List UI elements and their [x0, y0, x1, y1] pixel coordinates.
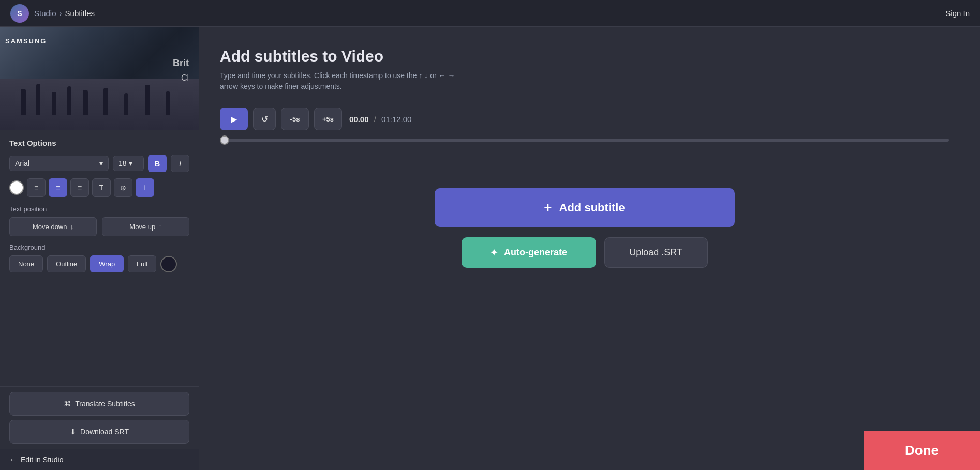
translate-subtitles-button[interactable]: ⌘ Translate Subtitles	[9, 392, 189, 416]
person-silhouette	[67, 86, 71, 115]
font-family-value: Arial	[15, 159, 29, 168]
page-title: Add subtitles to Video	[220, 48, 949, 65]
progress-handle[interactable]	[220, 135, 229, 145]
scene-samsung-text: SAMSUNG	[5, 37, 47, 45]
background-title: Background	[9, 244, 189, 251]
person-silhouette	[21, 89, 26, 115]
bottom-buttons: ⌘ Translate Subtitles ⬇ Download SRT	[0, 386, 199, 449]
person-silhouette	[124, 93, 128, 115]
background-section: Background None Outline Wrap Full	[9, 244, 189, 272]
arrow-up-icon: ↑	[158, 223, 162, 231]
edit-in-studio-label: Edit in Studio	[21, 456, 64, 464]
download-label: Download SRT	[80, 428, 129, 436]
move-up-label: Move up	[129, 223, 155, 231]
time-separator: /	[374, 115, 378, 124]
skip-back-button[interactable]: -5s	[281, 108, 309, 130]
text-options-section: Text Options Arial 18 B I ≡	[0, 130, 199, 386]
translate-label: Translate Subtitles	[75, 400, 135, 408]
video-scene: SAMSUNG Brit Cl	[0, 27, 199, 130]
align-right-icon: ≡	[78, 184, 82, 192]
play-icon: ▶	[231, 114, 237, 124]
replay-icon: ↺	[261, 114, 268, 124]
breadcrumb-current: Subtitles	[65, 9, 95, 18]
person-silhouette	[36, 84, 40, 115]
vertical-center-button[interactable]: ⊕	[114, 178, 132, 197]
person-silhouette	[52, 92, 56, 115]
font-row: Arial 18 B I	[9, 155, 189, 172]
bg-color-picker[interactable]	[160, 256, 177, 272]
bg-full-button[interactable]: Full	[128, 255, 156, 272]
position-buttons: Move down ↓ Move up ↑	[9, 217, 189, 236]
time-current: 00.00	[349, 115, 369, 124]
font-family-select[interactable]: Arial	[9, 156, 109, 171]
breadcrumb: Studio › Subtitles	[34, 9, 95, 18]
bg-wrap-button[interactable]: Wrap	[90, 255, 124, 272]
breadcrumb-separator: ›	[60, 9, 62, 18]
text-position-title: Text position	[9, 205, 189, 213]
skip-forward-button[interactable]: +5s	[314, 108, 342, 130]
translate-icon: ⌘	[64, 400, 71, 408]
page-subtitle: Type and time your subtitles. Click each…	[220, 70, 949, 92]
page-subtitle-line2: arrow keys to make finer adjustments.	[220, 82, 342, 90]
edit-in-studio-button[interactable]: ← Edit in Studio	[0, 449, 199, 470]
replay-button[interactable]: ↺	[253, 108, 276, 130]
align-center-button[interactable]: ≡	[49, 178, 67, 197]
move-down-button[interactable]: Move down ↓	[9, 217, 97, 236]
arrow-left-icon: ←	[9, 456, 17, 464]
align-left-button[interactable]: ≡	[27, 178, 46, 197]
font-size-select[interactable]: 18	[113, 156, 144, 171]
move-down-label: Move down	[33, 223, 67, 231]
left-panel: SAMSUNG Brit Cl Text Options Ar	[0, 27, 199, 470]
upload-srt-button[interactable]: Upload .SRT	[604, 237, 708, 268]
align-left-icon: ≡	[34, 184, 38, 192]
secondary-buttons: ✦ Auto-generate Upload .SRT	[462, 237, 708, 268]
person-silhouette	[83, 90, 88, 115]
breadcrumb-studio[interactable]: Studio	[34, 9, 56, 18]
vertical-center-icon: ⊕	[120, 184, 126, 192]
add-subtitle-button[interactable]: + Add subtitle	[435, 188, 735, 227]
text-position-section: Text position Move down ↓ Move up ↑	[9, 205, 189, 236]
page-subtitle-line1: Type and time your subtitles. Click each…	[220, 71, 455, 80]
text-options-title: Text Options	[9, 139, 189, 147]
font-size-value: 18	[118, 159, 127, 168]
video-thumbnail: SAMSUNG Brit Cl	[0, 27, 199, 130]
scene-cl-text: Cl	[181, 73, 189, 83]
align-right-button[interactable]: ≡	[70, 178, 89, 197]
download-icon: ⬇	[70, 428, 76, 436]
align-center-icon: ≡	[56, 184, 60, 192]
bold-button[interactable]: B	[148, 155, 167, 172]
subtitle-area: + Add subtitle ✦ Auto-generate Upload .S…	[220, 188, 949, 268]
avatar: S	[10, 4, 29, 23]
person-silhouette	[103, 88, 108, 115]
top-nav: S Studio › Subtitles Sign In	[0, 0, 980, 27]
sparkle-icon: ✦	[490, 247, 498, 259]
align-row: ≡ ≡ ≡ T ⊕ ⊥	[9, 178, 189, 197]
right-panel: Add subtitles to Video Type and time you…	[199, 27, 980, 470]
arrow-down-icon: ↓	[70, 223, 73, 231]
download-srt-button[interactable]: ⬇ Download SRT	[9, 420, 189, 444]
vertical-bottom-button[interactable]: ⊥	[136, 178, 154, 197]
vertical-bottom-icon: ⊥	[142, 184, 148, 192]
bg-outline-button[interactable]: Outline	[47, 255, 86, 272]
color-picker-circle[interactable]	[9, 180, 24, 195]
text-transform-button[interactable]: T	[92, 178, 111, 197]
chevron-down-icon	[129, 159, 132, 168]
bg-none-button[interactable]: None	[9, 255, 43, 272]
main-layout: SAMSUNG Brit Cl Text Options Ar	[0, 27, 980, 470]
time-total: 01:12.00	[381, 115, 411, 124]
background-buttons: None Outline Wrap Full	[9, 255, 189, 272]
add-subtitle-label: Add subtitle	[559, 201, 625, 215]
plus-icon: +	[544, 200, 552, 216]
move-up-button[interactable]: Move up ↑	[102, 217, 189, 236]
sign-in-button[interactable]: Sign In	[945, 9, 970, 18]
italic-button[interactable]: I	[171, 155, 189, 172]
time-display: 00.00 / 01:12.00	[349, 115, 411, 124]
text-transform-icon: T	[99, 184, 104, 192]
player-controls: ▶ ↺ -5s +5s 00.00 / 01:12.00	[220, 108, 949, 130]
auto-generate-button[interactable]: ✦ Auto-generate	[462, 237, 596, 268]
scene-brit-text: Brit	[173, 58, 189, 69]
auto-generate-label: Auto-generate	[504, 247, 567, 258]
done-button[interactable]: Done	[864, 431, 980, 470]
progress-bar[interactable]	[220, 139, 949, 142]
play-button[interactable]: ▶	[220, 108, 248, 130]
